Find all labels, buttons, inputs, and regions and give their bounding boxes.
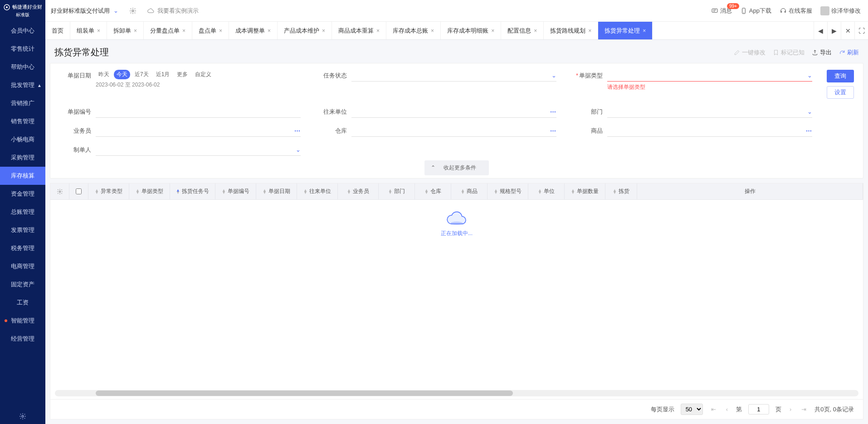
tab-8[interactable]: 库存成本总账× xyxy=(386,22,441,39)
page-first-button[interactable]: ⇤ xyxy=(709,406,718,413)
tabs-fullscreen-button[interactable]: ⛶ xyxy=(854,22,868,39)
column-header[interactable]: ▲▼单据类型 xyxy=(129,183,170,199)
tab-0[interactable]: 首页 xyxy=(45,22,70,39)
tab-11[interactable]: 拣货路线规划× xyxy=(544,22,598,39)
tab-4[interactable]: 盘点单× xyxy=(192,22,229,39)
sidebar-item-4[interactable]: 营销推广 xyxy=(0,94,45,112)
sidebar-item-17[interactable]: 经营管理 xyxy=(0,330,45,348)
creator-select[interactable]: ⌄ xyxy=(96,144,301,156)
date-tab[interactable]: 今天 xyxy=(114,70,130,79)
tab-7[interactable]: 商品成本重算× xyxy=(332,22,386,39)
close-icon[interactable]: × xyxy=(491,28,494,34)
tab-10[interactable]: 配置信息× xyxy=(501,22,544,39)
sidebar-item-3[interactable]: 批发管理▲ xyxy=(0,76,45,94)
close-icon[interactable]: × xyxy=(219,28,222,34)
sidebar-item-14[interactable]: 固定资产 xyxy=(0,275,45,294)
collapse-filters-button[interactable]: ⌃ 收起更多条件 xyxy=(424,160,488,175)
close-icon[interactable]: × xyxy=(97,28,100,34)
select-all-checkbox[interactable] xyxy=(69,183,88,199)
tabs-scroll-left-button[interactable]: ◀ xyxy=(814,22,827,39)
sidebar-item-11[interactable]: 发票管理 xyxy=(0,221,45,239)
date-tab[interactable]: 昨天 xyxy=(96,70,112,79)
date-tab[interactable]: 近1月 xyxy=(153,70,173,79)
close-icon[interactable]: × xyxy=(643,28,646,34)
close-icon[interactable]: × xyxy=(588,28,591,34)
settings-button[interactable] xyxy=(129,7,137,14)
sidebar-item-1[interactable]: 零售统计 xyxy=(0,40,45,58)
sidebar-item-0[interactable]: 会员中心 xyxy=(0,22,45,40)
sidebar-item-10[interactable]: 总账管理 xyxy=(0,203,45,221)
sidebar-item-16[interactable]: 智能管理 xyxy=(0,312,45,330)
tab-5[interactable]: 成本调整单× xyxy=(229,22,278,39)
column-header[interactable]: ▲▼业务员 xyxy=(338,183,379,199)
close-icon[interactable]: × xyxy=(431,28,434,34)
tabs-scroll-right-button[interactable]: ▶ xyxy=(827,22,841,39)
column-header[interactable]: ▲▼异常类型 xyxy=(88,183,129,199)
column-header[interactable]: ▲▼拣货任务号 xyxy=(170,183,215,199)
sidebar-item-13[interactable]: 电商管理 xyxy=(0,257,45,275)
product-input[interactable]: ⋯ xyxy=(607,125,812,137)
column-header[interactable]: ▲▼仓库 xyxy=(415,183,451,199)
tab-6[interactable]: 产品成本维护× xyxy=(278,22,332,39)
column-header[interactable]: ▲▼商品 xyxy=(451,183,488,199)
messages-button[interactable]: 消息 99+ xyxy=(711,7,732,15)
demo-link[interactable]: 我要看实例演示 xyxy=(147,7,199,15)
sidebar-settings-button[interactable] xyxy=(0,409,45,424)
column-header[interactable]: ▲▼拣货 xyxy=(605,183,637,199)
user-menu[interactable]: 徐泽华修改 xyxy=(820,6,861,15)
sidebar-item-5[interactable]: 销售管理 xyxy=(0,112,45,130)
app-download-button[interactable]: App下载 xyxy=(740,7,771,15)
tab-2[interactable]: 拆卸单× xyxy=(107,22,144,39)
close-icon[interactable]: × xyxy=(268,28,271,34)
checkbox[interactable] xyxy=(76,188,82,194)
sidebar-item-15[interactable]: 工资 xyxy=(0,294,45,312)
warehouse-input[interactable]: ⋯ xyxy=(351,125,556,137)
partner-input[interactable]: ⋯ xyxy=(351,106,556,118)
support-button[interactable]: 在线客服 xyxy=(780,7,812,15)
column-header[interactable]: ▲▼单据日期 xyxy=(256,183,297,199)
scrollbar-thumb[interactable] xyxy=(96,390,513,396)
close-icon[interactable]: × xyxy=(376,28,380,34)
page-next-button[interactable]: › xyxy=(788,406,793,413)
close-icon[interactable]: × xyxy=(182,28,185,34)
column-header[interactable]: ▲▼单据编号 xyxy=(215,183,256,199)
sidebar-item-8[interactable]: 库存核算 xyxy=(0,167,45,185)
column-header[interactable]: ▲▼单位 xyxy=(528,183,565,199)
dept-select[interactable]: ⌄ xyxy=(607,106,812,118)
tab-1[interactable]: 组装单× xyxy=(70,22,107,39)
page-last-button[interactable]: ⇥ xyxy=(800,406,808,413)
page-prev-button[interactable]: ‹ xyxy=(724,406,730,413)
page-number-input[interactable] xyxy=(748,404,769,414)
date-tab[interactable]: 近7天 xyxy=(132,70,151,79)
column-header[interactable]: ▲▼往来单位 xyxy=(297,183,338,199)
column-header[interactable]: ▲▼单据数量 xyxy=(565,183,605,199)
column-header[interactable]: ▲▼规格型号 xyxy=(488,183,528,199)
filter-settings-button[interactable]: 设置 xyxy=(827,86,854,99)
refresh-button[interactable]: 刷新 xyxy=(839,48,859,57)
doc-no-input[interactable] xyxy=(96,106,301,118)
sidebar-item-12[interactable]: 税务管理 xyxy=(0,239,45,257)
sidebar-item-9[interactable]: 资金管理 xyxy=(0,185,45,203)
tab-9[interactable]: 库存成本明细账× xyxy=(441,22,501,39)
sidebar-item-2[interactable]: 帮助中心 xyxy=(0,58,45,76)
date-tab[interactable]: 更多 xyxy=(174,70,190,79)
tab-3[interactable]: 分量盘点单× xyxy=(144,22,192,39)
salesman-input[interactable]: ⋯ xyxy=(96,125,301,137)
tabs-close-button[interactable]: ✕ xyxy=(841,22,854,39)
date-tab[interactable]: 自定义 xyxy=(192,70,214,79)
column-header[interactable]: ▲▼部门 xyxy=(379,183,415,199)
sidebar-item-7[interactable]: 采购管理 xyxy=(0,149,45,167)
task-status-select[interactable]: ⌄ xyxy=(351,70,556,82)
close-icon[interactable]: × xyxy=(322,28,325,34)
page-size-select[interactable]: 50 xyxy=(681,404,703,415)
close-icon[interactable]: × xyxy=(534,28,537,34)
tab-12[interactable]: 拣货异常处理× xyxy=(598,22,653,39)
export-button[interactable]: 导出 xyxy=(812,48,832,57)
sidebar-item-6[interactable]: 小畅电商 xyxy=(0,130,45,149)
product-selector[interactable]: 好业财标准版交付试用 ⌄ xyxy=(51,7,118,15)
doc-type-select[interactable]: ⌄ xyxy=(607,70,812,82)
table-settings-button[interactable] xyxy=(50,183,69,199)
close-icon[interactable]: × xyxy=(134,28,137,34)
query-button[interactable]: 查询 xyxy=(827,70,854,82)
horizontal-scrollbar[interactable] xyxy=(55,390,858,396)
